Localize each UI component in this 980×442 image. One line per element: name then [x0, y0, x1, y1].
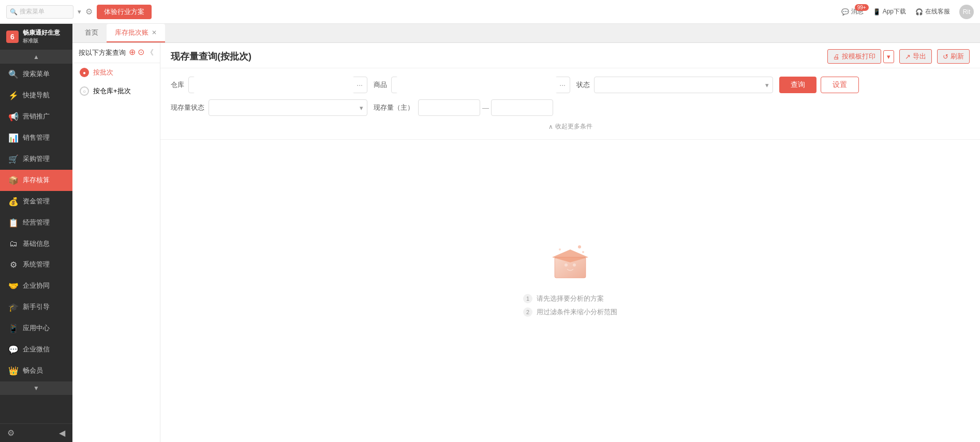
warehouse-more-icon[interactable]: ··· [357, 81, 363, 89]
sidebar-label-app-center: 应用中心 [23, 323, 50, 333]
topbar-left: 🔍 搜索菜单 ▾ ⚙ 体验行业方案 [6, 5, 837, 19]
stock-status-field: 现存量状态 [171, 99, 367, 116]
filter-row-2: 现存量状态 现存量（主） — [171, 99, 970, 116]
scheme-dot-by-warehouse-batch: ○ [80, 86, 89, 96]
sidebar-item-finance[interactable]: 💰 资金管理 [0, 191, 72, 212]
sidebar-item-operations[interactable]: 📋 经营管理 [0, 212, 72, 233]
headset-icon: 🎧 [915, 8, 923, 16]
sidebar-icon-operations: 📋 [8, 218, 19, 228]
sidebar-label-marketing: 营销推广 [23, 112, 50, 121]
left-scheme-panel: 按以下方案查询 ⊕ ⊙ 《 ● 按批次 ○ 按仓库+批次 [72, 43, 160, 442]
left-panel-header: 按以下方案查询 ⊕ ⊙ 《 [72, 43, 160, 63]
sidebar-item-purchase[interactable]: 🛒 采购管理 [0, 149, 72, 170]
sidebar-item-app-center[interactable]: 📱 应用中心 [0, 318, 72, 339]
tab-bar: 首页 库存批次账 ✕ [72, 24, 980, 43]
main-layout: 6 畅康通好生意 标准版 ▲ 🔍 搜索菜单 ⚡ 快捷导航 📢 营销推广 📊 销售… [0, 24, 980, 442]
sidebar-item-sales[interactable]: 📊 销售管理 [0, 127, 72, 149]
page-header: 现存量查询(按批次) 🖨 按模板打印 ▾ ↗ 导出 [160, 43, 980, 68]
print-dropdown-icon[interactable]: ▾ [883, 50, 894, 63]
topbar-right: 💬 消息 99+ 📱 App下载 🎧 在线客服 Rit [841, 5, 974, 19]
sidebar-item-marketing[interactable]: 📢 营销推广 [0, 106, 72, 127]
industry-solution-button[interactable]: 体验行业方案 [97, 5, 152, 19]
sidebar-icon-marketing: 📢 [8, 112, 19, 122]
tab-close-icon[interactable]: ✕ [152, 29, 157, 36]
app-download-button[interactable]: 📱 App下载 [873, 7, 906, 16]
query-button[interactable]: 查询 [779, 77, 816, 93]
warehouse-input[interactable] [193, 77, 354, 93]
sidebar-item-member[interactable]: 👑 畅会员 [0, 360, 72, 381]
product-input[interactable] [396, 77, 557, 93]
scheme-dot-by-batch: ● [80, 68, 89, 77]
topbar-settings-icon[interactable]: ⚙ [85, 7, 93, 17]
sidebar-item-weixin[interactable]: 💬 企业微信 [0, 339, 72, 360]
search-icon: 🔍 [10, 8, 18, 16]
scheme-label-by-warehouse-batch: 按仓库+批次 [93, 86, 131, 96]
collapse-sidebar-icon[interactable]: ◀ [59, 428, 65, 438]
sidebar-icon-app-center: 📱 [8, 323, 19, 333]
empty-tip-2: 2 用过滤条件来缩小分析范围 [523, 307, 617, 317]
tip2-number: 2 [523, 307, 532, 317]
product-more-icon[interactable]: ··· [559, 81, 566, 89]
sidebar-icon-member: 👑 [8, 366, 19, 376]
collapse-panel-icon[interactable]: 《 [146, 48, 154, 57]
sidebar-label-finance: 资金管理 [23, 197, 50, 206]
online-service-button[interactable]: 🎧 在线客服 [915, 7, 950, 16]
product-input-wrapper[interactable]: ··· [391, 77, 570, 93]
collapse-icon: ∧ [548, 123, 553, 130]
sidebar-item-inventory[interactable]: 📦 库存核算 [0, 170, 72, 191]
export-icon: ↗ [905, 53, 911, 61]
stock-status-select[interactable] [209, 99, 367, 116]
avatar: Rit [959, 5, 974, 19]
search-menu-placeholder: 搜索菜单 [20, 7, 44, 16]
messages-button[interactable]: 💬 消息 99+ [841, 7, 864, 16]
refresh-button[interactable]: ↺ 刷新 [937, 49, 970, 64]
sidebar-icon-weixin: 💬 [8, 345, 19, 355]
page-title: 现存量查询(按批次) [171, 50, 251, 63]
sidebar-item-system[interactable]: ⚙ 系统管理 [0, 254, 72, 275]
svg-point-2 [578, 245, 581, 248]
add-scheme-icon[interactable]: ⊕ [129, 48, 136, 57]
scheme-item-by-warehouse-batch[interactable]: ○ 按仓库+批次 [72, 82, 160, 100]
stock-qty-min-input[interactable] [418, 99, 480, 116]
settings-icon[interactable]: ⚙ [7, 428, 14, 438]
print-action: 🖨 按模板打印 ▾ [827, 49, 894, 64]
collapse-label: 收起更多条件 [555, 122, 592, 131]
stock-status-label: 现存量状态 [171, 103, 204, 112]
sidebar-icon-system: ⚙ [8, 260, 19, 270]
sidebar-logo: 6 畅康通好生意 标准版 [0, 24, 72, 50]
online-service-label: 在线客服 [925, 7, 950, 16]
sidebar-label-basics: 基础信息 [23, 239, 50, 248]
sidebar-scroll-up[interactable]: ▲ [0, 50, 72, 64]
app-download-label: App下载 [883, 7, 906, 16]
settings-scheme-icon[interactable]: ⊙ [138, 48, 144, 57]
sidebar-item-newbie[interactable]: 🎓 新手引导 [0, 297, 72, 318]
sidebar-item-search[interactable]: 🔍 搜索菜单 [0, 64, 72, 85]
sidebar-icon-enterprise: 🤝 [8, 281, 19, 291]
content-area: 首页 库存批次账 ✕ 按以下方案查询 ⊕ ⊙ 《 ● [72, 24, 980, 442]
sidebar-label-system: 系统管理 [23, 260, 50, 269]
stock-qty-dash: — [482, 104, 489, 112]
warehouse-label: 仓库 [171, 80, 184, 90]
sidebar-scroll-down[interactable]: ▼ [0, 381, 72, 395]
set-button[interactable]: 设置 [821, 77, 859, 93]
user-avatar-button[interactable]: Rit [959, 5, 974, 19]
sidebar-icon-newbie: 🎓 [8, 302, 19, 312]
status-select[interactable] [594, 77, 773, 93]
export-button[interactable]: ↗ 导出 [899, 49, 932, 64]
status-select-wrapper [594, 77, 773, 93]
print-template-button[interactable]: 🖨 按模板打印 [827, 49, 881, 64]
topbar-dropdown-icon[interactable]: ▾ [78, 8, 81, 16]
collapse-more-button[interactable]: ∧ 收起更多条件 [171, 122, 970, 131]
page-content: 按以下方案查询 ⊕ ⊙ 《 ● 按批次 ○ 按仓库+批次 [72, 43, 980, 442]
scheme-item-by-batch[interactable]: ● 按批次 [72, 63, 160, 82]
stock-qty-max-input[interactable] [491, 99, 553, 116]
search-menu-box[interactable]: 🔍 搜索菜单 [6, 5, 73, 19]
tab-home[interactable]: 首页 [77, 24, 107, 42]
sidebar-item-basics[interactable]: 🗂 基础信息 [0, 233, 72, 254]
tab-inventory-batch[interactable]: 库存批次账 ✕ [107, 24, 165, 42]
warehouse-input-wrapper[interactable]: ··· [188, 77, 367, 93]
sidebar-item-enterprise[interactable]: 🤝 企业协同 [0, 275, 72, 297]
tab-home-label: 首页 [85, 28, 98, 37]
filter-row-1: 仓库 ··· 商品 ··· [171, 77, 970, 93]
sidebar-item-quick-nav[interactable]: ⚡ 快捷导航 [0, 85, 72, 106]
